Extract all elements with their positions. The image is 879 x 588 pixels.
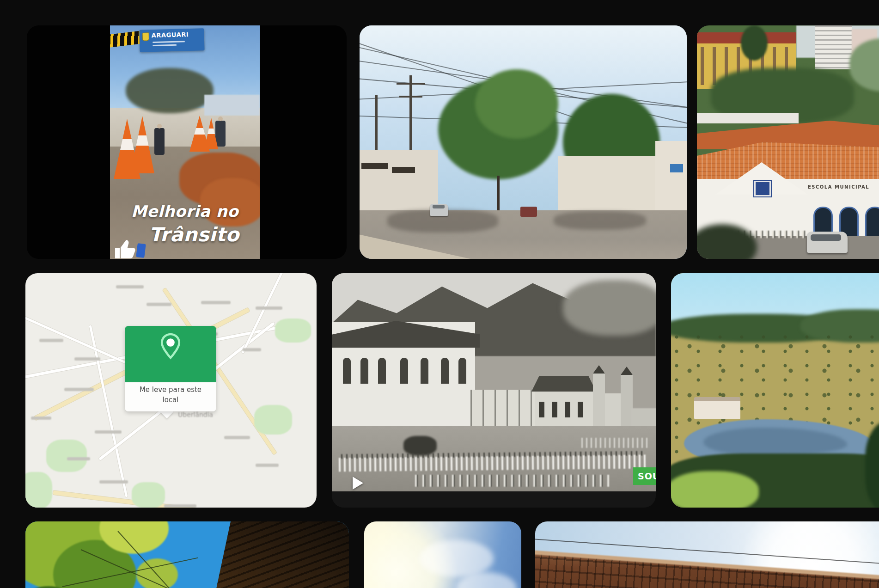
- silver-van: [807, 232, 848, 253]
- worker-figure: [154, 128, 165, 155]
- tile-roof-sky[interactable]: [535, 521, 879, 588]
- corner-building: [655, 141, 687, 213]
- tower-spire: [621, 367, 633, 375]
- map-place-label: [67, 457, 90, 460]
- worker-figure: [215, 121, 226, 147]
- parked-vehicle: [520, 207, 537, 217]
- bright-grass: [671, 471, 759, 508]
- tree-silhouette: [126, 68, 214, 113]
- map-place-label: [31, 416, 51, 420]
- pin-label-line1: Me leve para este: [140, 386, 201, 394]
- pole-crossarm: [399, 96, 422, 98]
- map-park: [132, 482, 165, 508]
- tile-street-view[interactable]: [360, 25, 687, 259]
- parked-car: [430, 204, 448, 216]
- post-caption-line1: Melhoria no: [110, 202, 260, 220]
- tall-window: [378, 358, 386, 384]
- tile-historic-video[interactable]: SOU: [332, 273, 656, 508]
- map-park: [275, 318, 311, 343]
- white-wall: [697, 113, 799, 123]
- tall-window: [360, 358, 368, 384]
- pole-crossarm: [397, 83, 425, 85]
- map-pin-icon: [159, 332, 182, 360]
- map-place-label: [256, 464, 279, 467]
- blue-gable-window: [754, 181, 771, 196]
- araguari-road-sign: ARAGUARI: [139, 28, 204, 52]
- tall-window: [400, 358, 408, 384]
- arched-window: [865, 207, 879, 239]
- map-place-label: [224, 436, 250, 439]
- map-place-label: [39, 339, 63, 342]
- tile-school-aerial[interactable]: ESCOLA MUNICIPAL: [697, 25, 879, 259]
- map-road: [89, 325, 128, 497]
- colonial-building: [332, 322, 475, 427]
- map-place-label: [201, 301, 231, 304]
- white-highrise: [815, 25, 852, 69]
- map-place-label: [95, 430, 122, 434]
- crowd-foreground-row: [415, 475, 609, 487]
- church-tower: [593, 373, 605, 433]
- storefront-buildings: [360, 150, 438, 213]
- video-bottom-bar: [332, 491, 656, 508]
- map-park: [25, 472, 52, 508]
- school-facade-sign: ESCOLA MUNICIPAL: [808, 184, 879, 190]
- map-place-label: [146, 303, 171, 306]
- gallery-page: { "page": { "background_color": "#0b0b0b…: [0, 0, 879, 588]
- map-pin-card-label: Me leve para este local: [125, 382, 216, 411]
- watermark-badge: SOU: [633, 467, 656, 485]
- pin-label-line2: local: [163, 396, 179, 404]
- map-place-label: [74, 357, 100, 361]
- mid-buildings: [558, 156, 655, 211]
- tree-shadow: [554, 211, 646, 230]
- map-place-label: [99, 480, 128, 484]
- map-place-label: [243, 348, 261, 351]
- road-sign-title: ARAGUARI: [152, 31, 189, 39]
- video-thumbnail-photo: [332, 273, 656, 491]
- cloud: [420, 540, 494, 577]
- blue-shop-sign: [670, 164, 683, 172]
- map-pin-card-header: [125, 326, 216, 382]
- road-sign-subtext: [153, 44, 177, 46]
- tall-window: [441, 358, 449, 384]
- map-place-label: [64, 388, 94, 391]
- thumbs-up-icon: [114, 239, 137, 259]
- map-pin-card[interactable]: Me leve para este local: [125, 326, 216, 411]
- blue-tag: [136, 243, 146, 258]
- play-icon[interactable]: [353, 477, 363, 490]
- storefront-awning: [361, 163, 388, 169]
- tree-trunk: [497, 176, 500, 215]
- street-tree: [475, 69, 558, 139]
- tile-farm-landscape[interactable]: [671, 273, 879, 508]
- worker-head: [218, 116, 223, 121]
- farmhouse: [694, 397, 740, 419]
- mountain-slope-light: [563, 280, 656, 336]
- araguari-post-photo: ARAGUARI Melhoria no Trânsito: [110, 25, 260, 259]
- crowd-group: [581, 438, 651, 448]
- storefront-awning: [392, 167, 415, 173]
- map-place-label: [256, 306, 282, 310]
- tall-window: [458, 358, 466, 384]
- tile-dusk-mountains[interactable]: [364, 521, 521, 588]
- tile-map[interactable]: Uberlândia Me leve para este local: [25, 273, 317, 508]
- building-roof: [332, 321, 480, 348]
- wooden-eaves: [201, 521, 349, 588]
- tower-spire: [593, 365, 605, 374]
- background-houses: [204, 95, 260, 116]
- watermark-label: SOU: [638, 471, 656, 481]
- carriage-silhouette: [403, 436, 437, 455]
- tile-sky-leaves[interactable]: [25, 521, 349, 588]
- tall-window: [421, 358, 428, 384]
- map-city-label: Uberlândia: [178, 411, 243, 418]
- map-place-label: [164, 504, 196, 508]
- palm-tree: [741, 25, 768, 61]
- map-park: [46, 440, 87, 472]
- white-fence-wall: [470, 390, 542, 427]
- map-place-label: [116, 285, 144, 288]
- tall-window: [343, 358, 351, 384]
- map-park: [254, 405, 292, 435]
- tile-araguari-post[interactable]: ARAGUARI Melhoria no Trânsito: [27, 25, 347, 259]
- worker-head: [157, 124, 162, 129]
- road-sign-subtext: [153, 41, 185, 43]
- city-crest-icon: [142, 32, 149, 41]
